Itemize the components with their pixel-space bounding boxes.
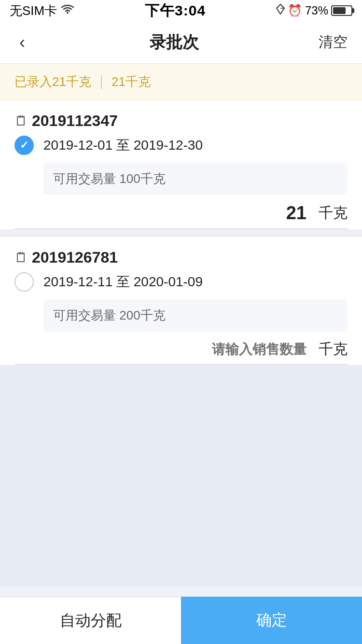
back-button[interactable]: ‹	[14, 28, 30, 57]
battery-icon	[331, 5, 352, 16]
status-bar: 无SIM卡 下午3:04 ⏰ 73%	[0, 0, 362, 21]
available-qty-2: 可用交易量 200千克	[43, 299, 348, 332]
wifi-icon	[61, 3, 74, 18]
input-amount-row-2: 千克	[0, 332, 362, 359]
batch-id-1: 2019112347	[32, 112, 118, 130]
radio-unchecked-2[interactable]	[14, 272, 34, 292]
batch-item-2-content: 🗒 2019126781 2019-12-11 至 2020-01-09 可用交…	[0, 237, 362, 332]
sim-text: 无SIM卡	[10, 2, 57, 19]
section-gap	[0, 229, 362, 237]
available-qty-1: 可用交易量 100千克	[43, 163, 348, 195]
status-left: 无SIM卡	[10, 2, 74, 19]
batch-id-icon-2: 🗒	[14, 250, 28, 266]
confirm-button[interactable]: 确定	[181, 597, 362, 644]
batch-unit-2: 千克	[319, 339, 348, 359]
info-value: 21千克	[111, 73, 151, 90]
status-right: ⏰ 73%	[276, 4, 352, 17]
batch-id-row-2: 🗒 2019126781	[14, 249, 348, 266]
batch-date-row-1[interactable]: 2019-12-01 至 2019-12-30	[14, 136, 348, 155]
page-title: 录批次	[150, 31, 199, 54]
batch-date-row-2[interactable]: 2019-12-11 至 2020-01-09	[14, 272, 348, 292]
bottom-area	[0, 365, 362, 587]
clear-button[interactable]: 清空	[319, 32, 348, 52]
batch-item-1-content: 🗒 2019112347 2019-12-01 至 2019-12-30 可用交…	[0, 100, 362, 195]
alarm-icon: ⏰	[288, 4, 302, 17]
batch-id-icon-1: 🗒	[14, 113, 28, 129]
batch-amount-row-1: 千克	[0, 195, 362, 224]
batch-amount-input-2[interactable]	[169, 342, 314, 357]
info-banner: 已录入21千克 21千克	[0, 64, 362, 100]
location-icon	[276, 4, 285, 17]
batch-date-1: 2019-12-01 至 2019-12-30	[43, 136, 203, 154]
status-time: 下午3:04	[145, 1, 206, 21]
batch-id-2: 2019126781	[32, 249, 118, 266]
radio-checked-1[interactable]	[14, 136, 34, 155]
batch-amount-input-1[interactable]	[256, 203, 314, 224]
auto-distribute-button[interactable]: 自动分配	[0, 597, 181, 644]
batch-date-2: 2019-12-11 至 2020-01-09	[43, 273, 203, 291]
batch-id-row-1: 🗒 2019112347	[14, 112, 348, 130]
batch-item-1: 🗒 2019112347 2019-12-01 至 2019-12-30 可用交…	[0, 100, 362, 229]
bottom-bar: 自动分配 确定	[0, 597, 362, 644]
batch-unit-1: 千克	[319, 203, 348, 223]
batch-item-2: 🗒 2019126781 2019-12-11 至 2020-01-09 可用交…	[0, 237, 362, 365]
info-label: 已录入21千克	[14, 73, 91, 90]
nav-bar: ‹ 录批次 清空	[0, 21, 362, 64]
info-divider	[101, 75, 102, 89]
battery-percent: 73%	[305, 4, 328, 17]
